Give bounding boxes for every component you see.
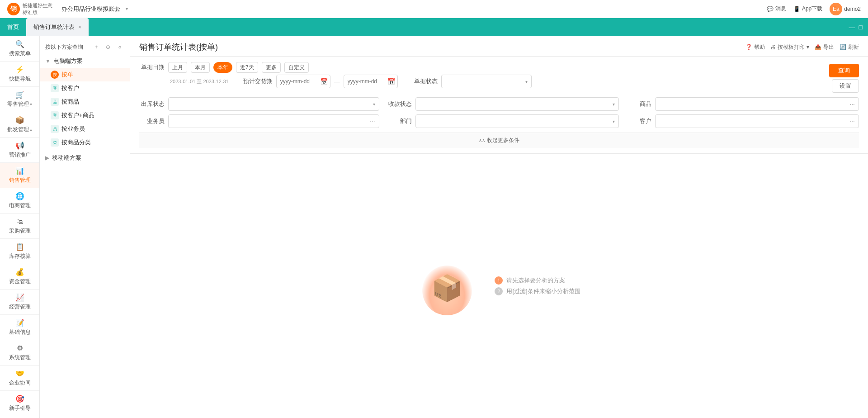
delivery-select[interactable]: ▾ bbox=[168, 97, 379, 111]
sidebar-item-wholesale[interactable]: 📦 批发管理 ▴ bbox=[0, 112, 39, 138]
tab-sales-statistics[interactable]: 销售订单统计表 × bbox=[26, 18, 89, 36]
date-btn-this-year[interactable]: 本年 bbox=[213, 62, 232, 73]
main-layout: 🔍 搜索菜单 ⚡ 快捷导航 🛒 零售管理 ▾ 📦 批发管理 ▴ 📢 营销推广 bbox=[0, 36, 868, 418]
sidebar-item-ecommerce[interactable]: 🌐 电商管理 bbox=[0, 188, 39, 214]
user-profile[interactable]: Ea demo2 bbox=[830, 3, 861, 15]
by-salesperson-icon: 员 bbox=[51, 125, 59, 133]
top-bar-left: 销 畅捷通好生意 标准版 办公用品行业模拟账套 ▾ bbox=[7, 2, 128, 15]
sidebar-item-inventory[interactable]: 📋 库存核算 bbox=[0, 239, 39, 264]
customer-filter-cell: 客户 ··· bbox=[619, 114, 859, 128]
wholesale-icon: 📦 bbox=[15, 116, 24, 124]
goods-dots[interactable]: ··· bbox=[849, 100, 855, 108]
tab-bar-actions: — □ bbox=[849, 24, 868, 31]
sidebar-item-marketing[interactable]: 📢 营销推广 bbox=[0, 138, 39, 163]
date-range-text: 2023-01-01 至 2023-12-31 bbox=[170, 78, 229, 85]
tree-by-order[interactable]: 按 按单 bbox=[40, 68, 130, 81]
calendar-icon-end: 📅 bbox=[387, 78, 395, 85]
customer-input[interactable]: ··· bbox=[655, 114, 859, 128]
by-customer-icon: 客 bbox=[51, 84, 59, 92]
sales-icon: 📊 bbox=[15, 166, 24, 175]
tab-close-btn[interactable]: × bbox=[78, 24, 81, 30]
tab-home[interactable]: 首页 bbox=[0, 18, 26, 36]
collapse-row[interactable]: ∧∧ 收起更多条件 bbox=[139, 133, 859, 148]
tree-by-category[interactable]: 类 按商品分类 bbox=[40, 136, 130, 149]
top-bar: 销 畅捷通好生意 标准版 办公用品行业模拟账套 ▾ 💬 消息 📱 App下载 E… bbox=[0, 0, 868, 18]
salesperson-input[interactable]: ··· bbox=[168, 114, 379, 128]
sidebar-item-search-menu[interactable]: 🔍 搜索菜单 bbox=[0, 36, 39, 62]
retail-icon: 🛒 bbox=[15, 90, 24, 99]
payment-select[interactable]: ▾ bbox=[415, 97, 619, 111]
tree-pc-section[interactable]: ▼ 电脑端方案 bbox=[40, 54, 130, 68]
date-btn-7days[interactable]: 近7天 bbox=[236, 62, 258, 73]
settings-button[interactable]: 设置 bbox=[832, 79, 859, 93]
print-dropdown-arrow[interactable]: ▾ bbox=[807, 44, 809, 50]
sidebar-item-retail[interactable]: 🛒 零售管理 ▾ bbox=[0, 87, 39, 112]
by-category-icon: 类 bbox=[51, 138, 59, 147]
panel-header: 按以下方案查询 + ⊙ « bbox=[40, 40, 130, 54]
tree-by-product[interactable]: 品 按商品 bbox=[40, 95, 130, 109]
query-button[interactable]: 查询 bbox=[829, 64, 859, 77]
top-bar-right: 💬 消息 📱 App下载 Ea demo2 bbox=[767, 3, 861, 15]
refresh-btn[interactable]: 🔄 刷新 bbox=[840, 43, 859, 51]
sidebar-item-quick-nav[interactable]: ⚡ 快捷导航 bbox=[0, 62, 39, 87]
logo-text: 畅捷通好生意 标准版 bbox=[23, 2, 52, 15]
app-download-btn[interactable]: 📱 App下载 bbox=[793, 5, 822, 13]
goods-label: 商品 bbox=[626, 100, 651, 108]
delivery-label: 出库状态 bbox=[139, 100, 165, 108]
print-template-btn[interactable]: 🖨 按模板打印 ▾ bbox=[770, 43, 809, 51]
sidebar-item-enterprise[interactable]: 🤝 企业协同 bbox=[0, 366, 39, 391]
mobile-section-arrow: ▶ bbox=[45, 155, 49, 161]
department-select[interactable]: ▾ bbox=[415, 114, 619, 128]
basic-info-icon: 📝 bbox=[15, 318, 24, 327]
quick-nav-icon: ⚡ bbox=[15, 65, 24, 74]
customer-dots[interactable]: ··· bbox=[849, 118, 855, 125]
tree-by-customer[interactable]: 客 按客户 bbox=[40, 81, 130, 95]
window-maximize-btn[interactable]: □ bbox=[859, 24, 863, 31]
date-btn-this-month[interactable]: 本月 bbox=[191, 62, 210, 73]
message-icon: 💬 bbox=[767, 6, 774, 12]
help-icon: ❓ bbox=[745, 44, 752, 50]
sidebar-item-app-center[interactable]: 📱 应用中心 bbox=[0, 416, 39, 418]
expected-date-label: 预计交货期 bbox=[243, 77, 273, 86]
date-btn-last-month[interactable]: 上月 bbox=[168, 62, 187, 73]
sidebar-item-basic-info[interactable]: 📝 基础信息 bbox=[0, 315, 39, 340]
main-content: 销售订单统计表(按单) ❓ 帮助 🖨 按模板打印 ▾ 📤 导出 bbox=[130, 36, 868, 418]
goods-filter-cell: 商品 ··· bbox=[619, 97, 859, 111]
panel-header-actions: + ⊙ « bbox=[92, 43, 124, 52]
guide-icon: 🎯 bbox=[15, 394, 24, 403]
tree-mobile-section[interactable]: ▶ 移动端方案 bbox=[40, 151, 130, 165]
panel-settings-btn[interactable]: ⊙ bbox=[104, 43, 113, 52]
window-minimize-btn[interactable]: — bbox=[849, 24, 855, 31]
export-btn[interactable]: 📤 导出 bbox=[815, 43, 834, 51]
tree-by-salesperson[interactable]: 员 按业务员 bbox=[40, 122, 130, 136]
operations-icon: 📈 bbox=[15, 293, 24, 302]
salesperson-label: 业务员 bbox=[139, 117, 165, 125]
left-panel: 按以下方案查询 + ⊙ « ▼ 电脑端方案 按 按单 客 按客户 bbox=[40, 36, 130, 418]
empty-content: 📦 1 请先选择要分析的方案 2 用[过滤]条件来缩小分析范围 bbox=[418, 256, 580, 315]
page-header: 销售订单统计表(按单) ❓ 帮助 🖨 按模板打印 ▾ 📤 导出 bbox=[130, 36, 868, 57]
status-select[interactable]: ▾ bbox=[441, 75, 532, 88]
refresh-icon: 🔄 bbox=[840, 44, 846, 50]
panel-add-btn[interactable]: + bbox=[92, 43, 101, 52]
sidebar-item-finance[interactable]: 💰 资金管理 bbox=[0, 264, 39, 290]
tree-by-cust-prod[interactable]: 客 按客户+商品 bbox=[40, 109, 130, 122]
sidebar-item-guide[interactable]: 🎯 新手引导 bbox=[0, 391, 39, 416]
sidebar-item-purchase[interactable]: 🛍 采购管理 bbox=[0, 214, 39, 239]
date-btn-more[interactable]: 更多 bbox=[262, 62, 281, 73]
salesperson-dots[interactable]: ··· bbox=[370, 118, 375, 125]
date-btn-custom[interactable]: 自定义 bbox=[284, 62, 309, 73]
sidebar-item-operations[interactable]: 📈 经营管理 bbox=[0, 290, 39, 315]
payment-label: 收款状态 bbox=[387, 100, 412, 108]
retail-arrow: ▾ bbox=[30, 102, 32, 107]
panel-collapse-btn[interactable]: « bbox=[115, 43, 124, 52]
tip-num-1: 1 bbox=[495, 276, 503, 285]
sidebar-item-system[interactable]: ⚙ 系统管理 bbox=[0, 340, 39, 366]
message-btn[interactable]: 💬 消息 bbox=[767, 5, 786, 13]
goods-input[interactable]: ··· bbox=[655, 97, 859, 111]
page-title: 销售订单统计表(按单) bbox=[139, 42, 218, 52]
collapse-up-icon: ∧∧ bbox=[479, 138, 485, 143]
sidebar-item-sales[interactable]: 📊 销售管理 bbox=[0, 163, 39, 188]
sidebar: 🔍 搜索菜单 ⚡ 快捷导航 🛒 零售管理 ▾ 📦 批发管理 ▴ 📢 营销推广 bbox=[0, 36, 40, 418]
help-btn[interactable]: ❓ 帮助 bbox=[745, 43, 765, 51]
app-dropdown-arrow[interactable]: ▾ bbox=[126, 6, 128, 11]
